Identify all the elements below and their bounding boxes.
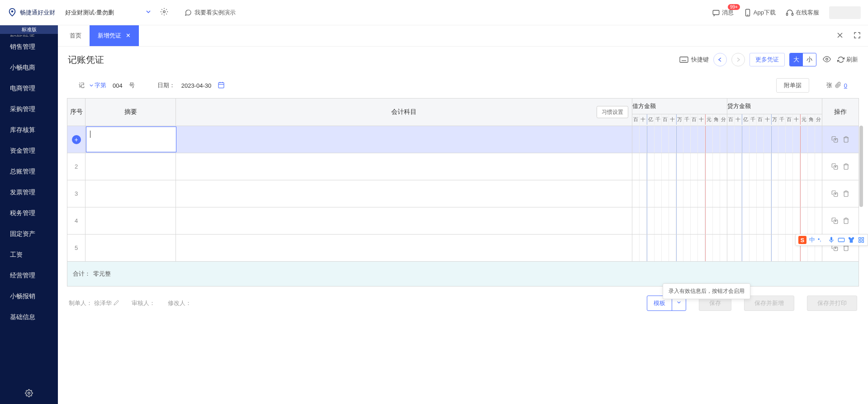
svg-point-1 [163, 11, 166, 13]
size-big-button[interactable]: 大 [790, 53, 803, 66]
delete-icon[interactable] [843, 217, 849, 224]
summary-cell[interactable] [85, 207, 176, 234]
sidebar-item-tax[interactable]: 税务管理 [0, 203, 58, 224]
credit-cell[interactable] [727, 126, 822, 153]
more-vouchers-button[interactable]: 更多凭证 [749, 53, 785, 66]
subject-cell[interactable] [176, 235, 632, 261]
credit-cell[interactable] [727, 180, 822, 207]
nav-prev-button[interactable] [713, 53, 727, 66]
sidebar-item-sales[interactable]: 销售管理 [0, 37, 58, 57]
ime-keyboard-icon[interactable] [838, 236, 845, 244]
sidebar-item-ecommerce-xc[interactable]: 小畅电商 [0, 57, 58, 78]
environment-selector[interactable]: 好业财测试-量勿删 [65, 9, 151, 17]
add-row-button[interactable]: + [72, 135, 81, 144]
refresh-button[interactable]: 刷新 [837, 56, 858, 64]
credit-cell[interactable] [727, 207, 822, 234]
fullscreen-icon[interactable] [850, 28, 864, 44]
subject-cell[interactable] [176, 180, 632, 207]
sidebar-item-expense[interactable]: 小畅报销 [0, 286, 58, 307]
debit-cell[interactable] [632, 207, 727, 234]
demo-link[interactable]: 我要看实例演示 [185, 9, 236, 17]
copy-icon[interactable] [831, 136, 838, 143]
sidebar-item-business[interactable]: 经营管理 [0, 265, 58, 286]
debit-cell[interactable] [632, 153, 727, 180]
attach-button[interactable]: 附单据 [776, 78, 809, 93]
sidebar-item-funds[interactable]: 资金管理 [0, 141, 58, 161]
subject-cell[interactable] [177, 126, 632, 153]
delete-icon[interactable] [843, 163, 849, 170]
size-small-button[interactable]: 小 [803, 53, 816, 66]
refresh-label: 刷新 [846, 56, 858, 64]
voucher-number-suffix: 号 [129, 81, 135, 89]
summary-cell[interactable] [85, 153, 176, 180]
table-scrollbar[interactable] [859, 126, 863, 207]
sidebar-item-basic[interactable]: 基础信息 [0, 307, 58, 328]
tab-new-voucher[interactable]: 新增凭证 ✕ [90, 25, 139, 46]
table-row[interactable]: 3 [67, 180, 859, 207]
ime-lang[interactable]: 中 [809, 236, 815, 244]
table-row[interactable]: 2 [67, 153, 859, 180]
sidebar: 标准版 智能助手 销售管理 小畅电商 电商管理 采购管理 库存核算 资金管理 总… [0, 25, 58, 404]
row-ops [822, 126, 859, 153]
calendar-icon[interactable] [218, 81, 225, 90]
gear-icon[interactable] [160, 8, 168, 17]
sidebar-item-asset[interactable]: 固定资产 [0, 224, 58, 244]
support-button[interactable]: 在线客服 [786, 9, 819, 17]
shortcut-button[interactable]: 快捷键 [679, 56, 709, 64]
demo-label: 我要看实例演示 [194, 9, 236, 17]
svg-text:S: S [801, 237, 804, 244]
avatar[interactable] [829, 6, 861, 19]
copy-icon[interactable] [831, 190, 838, 197]
debit-cell[interactable] [632, 126, 727, 153]
svg-point-0 [11, 10, 14, 12]
debit-cell[interactable] [632, 235, 727, 261]
eye-icon[interactable] [821, 53, 833, 66]
sidebar-item-ecommerce[interactable]: 电商管理 [0, 78, 58, 99]
voucher-prefix[interactable]: 记 [79, 81, 85, 89]
edit-icon[interactable] [114, 300, 119, 307]
voucher-word-dropdown[interactable]: 字第 [89, 81, 106, 89]
tab-home[interactable]: 首页 [62, 25, 90, 46]
close-icon[interactable]: ✕ [126, 32, 131, 39]
delete-icon[interactable] [843, 136, 849, 143]
date-input[interactable]: 2023-04-30 [181, 82, 212, 89]
message-button[interactable]: 消息 99+ [712, 9, 734, 17]
subject-cell[interactable] [176, 207, 632, 234]
keyboard-icon [679, 56, 688, 63]
sidebar-settings-icon[interactable] [0, 384, 58, 404]
table-row[interactable]: + [67, 126, 859, 153]
svg-rect-39 [862, 238, 863, 240]
sidebar-item-inventory[interactable]: 库存核算 [0, 120, 58, 141]
table-row[interactable]: 5 [67, 235, 859, 262]
table-row[interactable]: 4 [67, 207, 859, 235]
copy-icon[interactable] [831, 163, 838, 170]
voucher-word-label: 字第 [95, 81, 106, 89]
sidebar-item-invoice[interactable]: 发票管理 [0, 182, 58, 203]
sidebar-item-salary[interactable]: 工资 [0, 244, 58, 265]
close-panel-icon[interactable] [833, 28, 847, 44]
credit-cell[interactable] [727, 153, 822, 180]
summary-cell[interactable] [86, 127, 176, 152]
ime-toolbar[interactable]: S 中 •, [795, 234, 868, 246]
summary-cell[interactable] [85, 180, 176, 207]
ime-punct-icon[interactable]: •, [818, 236, 825, 244]
summary-cell[interactable] [85, 235, 176, 261]
row-ops [822, 207, 859, 234]
ime-skin-icon[interactable] [848, 236, 855, 244]
paperclip-icon[interactable] [835, 82, 841, 89]
debit-cell[interactable] [632, 180, 727, 207]
digit-header: 百 [632, 114, 640, 125]
habit-settings-button[interactable]: 习惯设置 [597, 106, 628, 118]
copy-icon[interactable] [831, 217, 838, 224]
digit-header: 百 [727, 114, 735, 125]
delete-icon[interactable] [843, 190, 849, 197]
save-tooltip: 录入有效信息后，按钮才会启用 [663, 283, 750, 299]
voucher-number-input[interactable]: 004 [113, 82, 123, 89]
subject-cell[interactable] [176, 153, 632, 180]
download-button[interactable]: App下载 [744, 9, 776, 17]
ime-mic-icon[interactable] [828, 236, 835, 244]
svg-rect-41 [862, 240, 863, 242]
ime-tool-icon[interactable] [858, 236, 865, 244]
sidebar-item-ledger[interactable]: 总账管理 [0, 161, 58, 182]
sidebar-item-purchase[interactable]: 采购管理 [0, 99, 58, 120]
